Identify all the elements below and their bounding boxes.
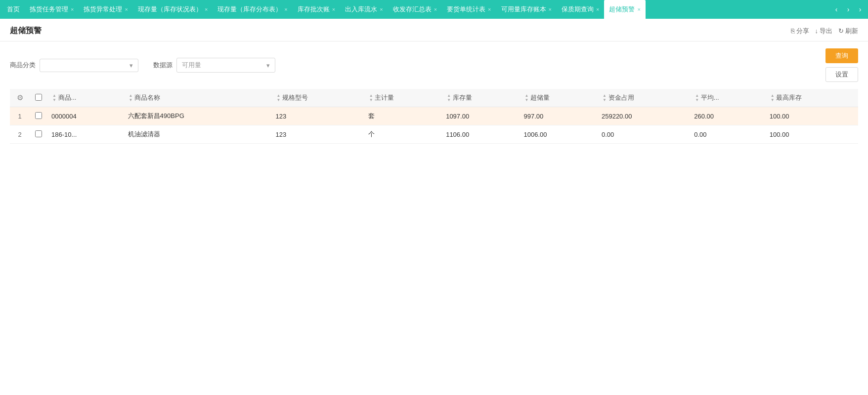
close-icon[interactable]: × — [596, 6, 599, 12]
sort-icon[interactable]: ▲▼ — [369, 94, 373, 102]
close-icon[interactable]: × — [332, 6, 335, 12]
sort-icon[interactable]: ▲▼ — [603, 94, 607, 102]
table-header-row: ⚙ ▲▼ 商品... ▲▼ 商品名称 ▲▼ 规格型号 — [10, 89, 858, 107]
row-checkbox[interactable] — [35, 112, 42, 119]
close-icon[interactable]: × — [549, 6, 552, 12]
col-capital-header: ▲▼ 资金占用 — [598, 89, 690, 107]
chevron-down-icon: ▾ — [130, 62, 133, 69]
col-unit-header: ▲▼ 主计量 — [364, 89, 442, 107]
nav-expand-arrow[interactable]: › — [854, 0, 866, 19]
sort-icon[interactable]: ▲▼ — [52, 94, 56, 102]
col-max-stock-header: ▲▼ 最高库存 — [766, 89, 858, 107]
close-icon[interactable]: × — [488, 6, 491, 12]
nav-inout[interactable]: 出入库流水 × — [340, 0, 388, 19]
datasource-label: 数据源 — [153, 61, 173, 70]
datasource-select[interactable]: 可用量 ▾ — [176, 58, 275, 73]
sort-icon[interactable]: ▲▼ — [695, 94, 699, 102]
spec: 123 — [272, 125, 364, 144]
datasource-filter-group: 数据源 可用量 ▾ — [153, 58, 275, 73]
nav-expiry[interactable]: 保质期查询 × — [557, 0, 604, 19]
page-actions: ⎘ 分享 ↓ 导出 ↻ 刷新 — [791, 27, 859, 36]
stock: 1106.00 — [442, 125, 520, 144]
close-icon[interactable]: × — [71, 6, 74, 12]
settings-gear-icon[interactable]: ⚙ — [17, 93, 23, 102]
close-icon[interactable]: × — [380, 6, 383, 12]
page-title: 超储预警 — [10, 26, 42, 36]
chevron-down-icon: ▾ — [266, 62, 270, 69]
table-body: 1 0000004 六配套新昌490BPG 123 套 1097.00 997.… — [10, 107, 858, 144]
capital: 259220.00 — [598, 107, 690, 125]
page-header: 超储预警 ⎘ 分享 ↓ 导出 ↻ 刷新 — [0, 19, 868, 41]
nav-stock-status[interactable]: 现存量（库存状况表） × — [133, 0, 213, 19]
col-spec-header: ▲▼ 规格型号 — [272, 89, 364, 107]
col-stock-header: ▲▼ 库存量 — [442, 89, 520, 107]
unit: 个 — [364, 125, 442, 144]
export-button[interactable]: ↓ 导出 — [815, 27, 833, 36]
refresh-icon: ↻ — [838, 27, 844, 35]
close-icon[interactable]: × — [284, 6, 287, 12]
row-index: 1 — [10, 107, 30, 125]
goods-name: 机油滤清器 — [124, 125, 272, 144]
settings-button[interactable]: 设置 — [825, 67, 858, 82]
col-goods-code-header: ▲▼ 商品... — [47, 89, 124, 107]
datasource-value: 可用量 — [182, 61, 201, 70]
close-icon[interactable]: × — [637, 6, 640, 12]
export-icon: ↓ — [815, 27, 819, 35]
nav-task-manage[interactable]: 拣货任务管理 × — [25, 0, 79, 19]
goods-code: 186-10... — [47, 125, 124, 144]
nav-batch[interactable]: 库存批次账 × — [293, 0, 340, 19]
goods-name: 六配套新昌490BPG — [124, 107, 272, 125]
close-icon[interactable]: × — [125, 6, 128, 12]
sort-icon[interactable]: ▲▼ — [129, 94, 133, 102]
refresh-button[interactable]: ↻ 刷新 — [838, 27, 858, 36]
share-button[interactable]: ⎘ 分享 — [791, 27, 809, 36]
max-stock: 100.00 — [766, 125, 858, 144]
max-stock: 100.00 — [766, 107, 858, 125]
unit: 套 — [364, 107, 442, 125]
overstock: 997.00 — [520, 107, 598, 125]
close-icon[interactable]: × — [434, 6, 437, 12]
nav-left-arrow[interactable]: ‹ — [830, 0, 842, 19]
row-checkbox-cell — [30, 107, 47, 125]
nav-order-stats[interactable]: 要货单统计表 × — [442, 0, 496, 19]
col-gear-header: ⚙ — [10, 89, 30, 107]
row-checkbox-cell — [30, 125, 47, 144]
table-row: 1 0000004 六配套新昌490BPG 123 套 1097.00 997.… — [10, 107, 858, 125]
nav-exception[interactable]: 拣货异常处理 × — [79, 0, 132, 19]
row-index: 2 — [10, 125, 30, 144]
nav-overstock[interactable]: 超储预警 × — [604, 0, 645, 19]
select-all-checkbox[interactable] — [35, 94, 42, 101]
category-filter-group: 商品分类 ▾ — [10, 59, 138, 72]
row-checkbox[interactable] — [35, 130, 42, 137]
sort-icon[interactable]: ▲▼ — [525, 94, 529, 102]
nav-home[interactable]: 首页 — [2, 0, 25, 19]
sort-icon[interactable]: ▲▼ — [447, 94, 451, 102]
close-icon[interactable]: × — [205, 6, 208, 12]
goods-code: 0000004 — [47, 107, 124, 125]
sort-icon[interactable]: ▲▼ — [771, 94, 775, 102]
page-container: 超储预警 ⎘ 分享 ↓ 导出 ↻ 刷新 商品分类 ▾ 数据源 — [0, 19, 868, 395]
filter-buttons: 查询 设置 — [825, 48, 858, 82]
col-goods-name-header: ▲▼ 商品名称 — [124, 89, 272, 107]
category-select[interactable]: ▾ — [40, 59, 138, 72]
capital: 0.00 — [598, 125, 690, 144]
nav-stock-dist[interactable]: 现存量（库存分布表） × — [213, 0, 292, 19]
col-checkbox-header — [30, 89, 47, 107]
table-container: ⚙ ▲▼ 商品... ▲▼ 商品名称 ▲▼ 规格型号 — [0, 89, 868, 144]
top-navigation: 首页 拣货任务管理 × 拣货异常处理 × 现存量（库存状况表） × 现存量（库存… — [0, 0, 868, 19]
category-label: 商品分类 — [10, 61, 36, 70]
filter-area: 商品分类 ▾ 数据源 可用量 ▾ 查询 设置 — [0, 41, 868, 89]
nav-right-arrow[interactable]: › — [842, 0, 854, 19]
nav-summary[interactable]: 收发存汇总表 × — [388, 0, 442, 19]
stock: 1097.00 — [442, 107, 520, 125]
sort-icon[interactable]: ▲▼ — [277, 94, 281, 102]
col-avg-header: ▲▼ 平均... — [690, 89, 765, 107]
query-button[interactable]: 查询 — [825, 48, 858, 63]
spec: 123 — [272, 107, 364, 125]
data-table: ⚙ ▲▼ 商品... ▲▼ 商品名称 ▲▼ 规格型号 — [10, 89, 858, 144]
avg: 260.00 — [690, 107, 765, 125]
nav-available[interactable]: 可用量库存账本 × — [496, 0, 557, 19]
overstock: 1006.00 — [520, 125, 598, 144]
col-overstock-header: ▲▼ 超储量 — [520, 89, 598, 107]
avg: 0.00 — [690, 125, 765, 144]
